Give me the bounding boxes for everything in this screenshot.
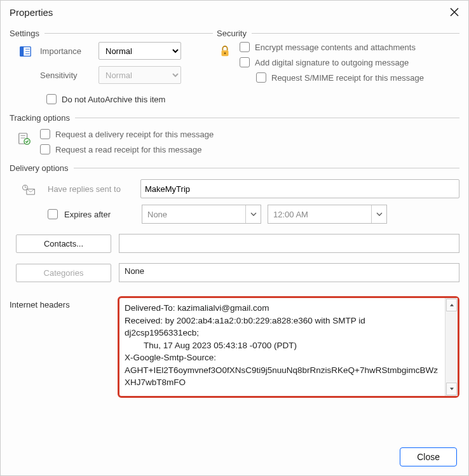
scroll-track[interactable] [445,312,458,382]
categories-button: Categories [16,264,111,282]
svg-point-6 [224,52,226,54]
expires-date-combo[interactable]: None [142,205,261,224]
importance-select[interactable]: Normal [99,42,181,60]
expires-date-value: None [142,210,245,219]
tracking-icon [16,129,32,146]
replies-input[interactable] [140,179,459,198]
encrypt-checkbox[interactable] [240,42,250,52]
expires-time-combo[interactable]: 12:00 AM [268,205,387,224]
smime-label: Request S/MIME receipt for this message [271,73,424,83]
smime-checkbox[interactable] [256,72,266,83]
replies-label: Have replies sent to [48,184,134,194]
sensitivity-label: Sensitivity [40,71,93,80]
internet-headers-text[interactable]: Delivered-To: kazimalialvi@gmail.com Rec… [119,298,445,396]
scroll-down-icon[interactable] [446,383,457,395]
close-icon[interactable] [448,6,461,18]
lock-icon [217,42,233,58]
importance-label: Importance [40,46,93,56]
autoarchive-label: Do not AutoArchive this item [62,95,165,104]
encrypt-label: Encrypt message contents and attachments [255,43,416,52]
dialog-title: Properties [10,7,53,18]
sensitivity-select: Normal [99,66,181,84]
security-header: Security [217,29,459,38]
svg-rect-1 [20,47,24,57]
autoarchive-checkbox[interactable] [46,94,57,104]
scroll-up-icon[interactable] [446,299,457,311]
contacts-field[interactable] [119,234,459,253]
delivery-header: Delivery options [10,163,459,173]
settings-header-label: Settings [10,29,39,38]
properties-dialog: Properties Settings Importance [0,0,469,476]
chevron-down-icon[interactable] [245,205,261,223]
expires-label: Expires after [64,210,135,219]
categories-value: None [125,266,144,276]
tracking-header-label: Tracking options [10,113,70,123]
delivery-receipt-checkbox[interactable] [40,129,50,139]
tracking-header: Tracking options [10,113,459,123]
delivery-header-label: Delivery options [10,163,69,173]
expires-checkbox[interactable] [48,209,58,219]
internet-headers-box: Delivered-To: kazimalialvi@gmail.com Rec… [118,296,459,398]
chevron-down-icon[interactable] [371,205,386,223]
delivery-receipt-label: Request a delivery receipt for this mess… [55,130,214,139]
settings-header: Settings [10,29,213,38]
expires-time-value: 12:00 AM [268,210,371,219]
signature-label: Add digital signature to outgoing messag… [255,58,409,67]
properties-icon [17,42,34,58]
contacts-button[interactable]: Contacts... [16,235,111,253]
read-receipt-checkbox[interactable] [40,144,50,154]
scrollbar[interactable] [445,298,458,396]
internet-headers-label: Internet headers [10,296,111,309]
titlebar: Properties [1,1,468,21]
categories-field[interactable]: None [119,263,459,282]
signature-checkbox[interactable] [240,57,250,67]
delivery-icon [16,180,41,197]
security-header-label: Security [217,29,247,38]
read-receipt-label: Request a read receipt for this message [55,145,202,154]
close-button[interactable]: Close [400,447,457,466]
